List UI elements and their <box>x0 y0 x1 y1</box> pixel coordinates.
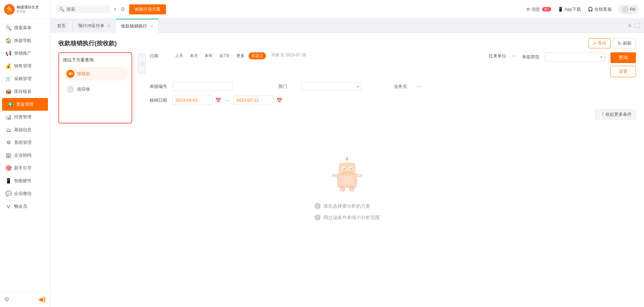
empty-tip-2: 2 用过滤条件来缩小分析范围 <box>315 213 380 222</box>
writeoff-date-start-input[interactable] <box>172 96 213 105</box>
filter-form: 日期 上月 本月 本年 近7天 更多 自定义 不限 至 2023-07-26 <box>150 52 636 123</box>
search-input[interactable] <box>66 7 107 12</box>
sidebar-label-purchase: 采购管理 <box>14 76 32 82</box>
sidebar-label-system: 系统管理 <box>14 140 32 146</box>
calendar-end-icon[interactable]: 📅 <box>276 98 282 103</box>
sidebar-item-quick-nav[interactable]: 🏠 快捷导航 <box>0 34 50 47</box>
query-button[interactable]: 查询 <box>610 52 636 63</box>
sidebar-item-marketing[interactable]: 📢 营销推广 <box>0 47 50 60</box>
doc-no-label: 单据编号 <box>150 84 170 90</box>
sidebar-label-basic-info: 基础信息 <box>14 127 32 133</box>
wechat-icon: 💬 <box>5 191 11 197</box>
sidebar-item-guide[interactable]: 🎯 新手引导 <box>0 162 50 174</box>
sidebar-item-inventory[interactable]: 📦 库存核算 <box>0 85 50 98</box>
filter-option-by-receivable[interactable]: 🕐 按应收 <box>63 83 127 96</box>
collapse-more-label: 收起更多条件 <box>605 111 632 117</box>
sidebar-item-sales[interactable]: 💰 销售管理 <box>0 60 50 72</box>
page-actions: ↗ 导出 ↻ 刷新 <box>588 38 636 48</box>
doc-type-select[interactable] <box>545 52 605 61</box>
avatar-icon <box>622 6 629 13</box>
settings-icon[interactable]: ⚙ <box>120 6 125 12</box>
topbar: 🔍 ▾ ⚙ 体验行业方案 ✉ 消息 99+ 📱 App下载 🎧 在线客服 Rit <box>50 0 644 19</box>
empty-tips: 1 请先选择要分析的方案 2 用过滤条件来缩小分析范围 <box>315 201 380 224</box>
date-btn-more[interactable]: 更多 <box>234 52 247 59</box>
sidebar-item-business[interactable]: 📊 经营管理 <box>0 111 50 123</box>
refresh-button[interactable]: ↻ 刷新 <box>613 38 636 48</box>
search-box[interactable]: 🔍 <box>56 5 110 13</box>
setting-button[interactable]: 设置 <box>610 66 636 77</box>
sidebar-label-sales: 销售管理 <box>14 63 32 69</box>
sidebar-item-search[interactable]: 🔍 搜索菜单 <box>0 21 50 34</box>
collapse-more-btn[interactable]: 《 收起更多条件 <box>595 109 636 119</box>
sidebar-item-basic-info[interactable]: 🗂 基础信息 <box>0 123 50 136</box>
writeoff-date-end-input[interactable] <box>233 96 274 105</box>
sidebar-item-member[interactable]: V 畅会员 <box>0 200 50 213</box>
sidebar-item-purchase[interactable]: 🛒 采购管理 <box>0 72 50 85</box>
settings-icon[interactable]: ⚙ <box>4 296 9 303</box>
sidebar-label-business: 经营管理 <box>14 114 32 120</box>
date-btn-7days[interactable]: 近7天 <box>217 52 232 59</box>
receipt-icon: 💴 <box>66 70 74 78</box>
collapse-filter-btn[interactable]: 《 <box>138 54 146 74</box>
tab-prepay-close[interactable]: × <box>108 23 110 28</box>
date-quick-btns: 上月 本月 本年 近7天 更多 自定义 <box>172 52 266 59</box>
sidebar-label-guide: 新手引导 <box>14 165 32 171</box>
date-btn-this-month[interactable]: 本月 <box>187 52 201 59</box>
sidebar-item-wechat[interactable]: 💬 企业微信 <box>0 187 50 200</box>
counterparty-dots-btn[interactable]: ··· <box>512 52 517 59</box>
close-tab-btn[interactable]: ✕ <box>628 22 632 29</box>
salesperson-dots-btn[interactable]: ··· <box>417 83 422 90</box>
tab-home[interactable]: 首页 <box>50 19 73 33</box>
sidebar-item-smart-hw[interactable]: 📱 智能硬件 <box>0 174 50 187</box>
dropdown-icon[interactable]: ▾ <box>114 7 116 12</box>
page-header: 收款核销执行(按收款) ↗ 导出 ↻ 刷新 <box>50 33 644 48</box>
calendar-start-icon[interactable]: 📅 <box>215 98 221 103</box>
user-avatar[interactable]: Rit <box>619 5 639 14</box>
doc-type-label: 单据类型 <box>522 54 542 60</box>
collapse-more-area: 《 收起更多条件 <box>150 108 636 123</box>
tabbar-controls: ✕ ⛶ <box>624 22 644 29</box>
tab-receivables[interactable]: 收款核销执行 × <box>116 19 159 33</box>
doc-type-select-wrapper <box>545 52 605 61</box>
sidebar-footer: ⚙ ◀‖ <box>0 291 50 307</box>
maximize-tab-btn[interactable]: ⛶ <box>635 23 640 29</box>
filter-option-receivable-label: 按应收 <box>77 86 90 92</box>
page-content: 收款核销执行(按收款) ↗ 导出 ↻ 刷新 按以下方案查询 💴 按收款 <box>50 33 644 307</box>
sidebar-item-enterprise[interactable]: 🏢 企业协同 <box>0 149 50 162</box>
svg-rect-1 <box>339 163 356 175</box>
export-button[interactable]: ↗ 导出 <box>588 38 611 48</box>
date-btn-custom[interactable]: 自定义 <box>249 52 266 59</box>
export-icon: ↗ <box>593 41 596 46</box>
tab-prepay[interactable]: 预付冲应付单 × <box>73 19 116 33</box>
building-icon: 🏢 <box>5 152 11 158</box>
date-btn-last-month[interactable]: 上月 <box>172 52 186 59</box>
online-service[interactable]: 🎧 在线客服 <box>588 6 612 12</box>
svg-rect-9 <box>332 174 338 177</box>
message-center[interactable]: ✉ 消息 99+ <box>526 6 551 12</box>
headset-icon: 🎧 <box>588 7 593 12</box>
topbar-right: ✉ 消息 99+ 📱 App下载 🎧 在线客服 Rit <box>526 5 639 14</box>
empty-icon <box>327 154 367 195</box>
home-icon: 🏠 <box>5 38 11 44</box>
collapse-sidebar-btn[interactable]: ◀‖ <box>38 296 46 303</box>
sidebar-item-system[interactable]: ⚙ 系统管理 <box>0 136 50 149</box>
phone-icon: 📱 <box>558 7 563 12</box>
dept-select[interactable] <box>301 82 362 91</box>
date-dash: — <box>225 98 229 103</box>
date-btn-this-year[interactable]: 本年 <box>202 52 215 59</box>
doc-no-input[interactable] <box>172 82 233 91</box>
logo-text: 畅捷通好生意 <box>17 5 39 9</box>
query-buttons: 查询 设置 <box>610 52 636 77</box>
solution-button[interactable]: 体验行业方案 <box>129 4 166 14</box>
sidebar-label-finance: 资金管理 <box>16 101 34 107</box>
message-badge: 99+ <box>542 7 551 11</box>
filter-area: 按以下方案查询 💴 按收款 🕐 按应收 《 日期 <box>50 48 644 127</box>
sidebar-item-finance[interactable]: 💵 资金管理 <box>2 98 48 111</box>
logo-icon: 兔 <box>4 4 15 15</box>
tab-receivables-close[interactable]: × <box>151 24 153 29</box>
filter-option-by-receipt[interactable]: 💴 按收款 <box>63 67 127 81</box>
app-download[interactable]: 📱 App下载 <box>558 6 581 12</box>
sidebar-label-inventory: 库存核算 <box>14 89 32 95</box>
counterparty-label: 往来单位 <box>489 53 509 59</box>
svg-rect-13 <box>340 175 354 185</box>
